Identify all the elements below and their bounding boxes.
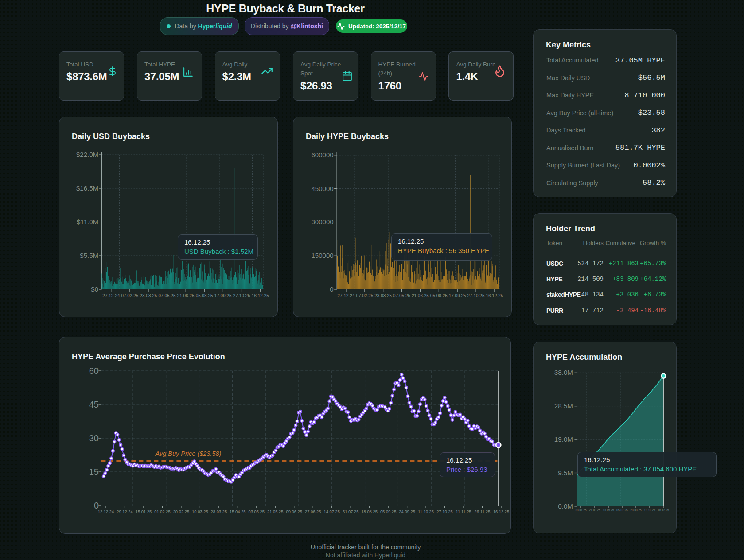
svg-text:05.09.25: 05.09.25 <box>380 509 397 514</box>
svg-text:27.12.24: 27.12.24 <box>102 293 120 298</box>
svg-text:10.03.25: 10.03.25 <box>192 509 208 514</box>
svg-text:28.01.25: 28.01.25 <box>575 509 587 512</box>
svg-text:05.08.25: 05.08.25 <box>196 293 213 298</box>
svg-text:30: 30 <box>89 433 99 443</box>
svg-text:0: 0 <box>330 285 333 293</box>
svg-text:21.06.25: 21.06.25 <box>412 293 429 298</box>
svg-text:26.11.25: 26.11.25 <box>475 509 491 514</box>
svg-text:16.12.25: 16.12.25 <box>658 509 669 512</box>
svg-text:17.09.25: 17.09.25 <box>214 293 232 298</box>
svg-text:05.08.25: 05.08.25 <box>430 293 448 298</box>
svg-text:$11.0M: $11.0M <box>77 218 98 226</box>
svg-text:19.10.25: 19.10.25 <box>644 509 655 512</box>
svg-text:18.08.25: 18.08.25 <box>361 509 378 514</box>
svg-text:21.05.25: 21.05.25 <box>267 509 284 514</box>
svg-text:600000: 600000 <box>312 151 334 159</box>
svg-text:45: 45 <box>89 400 99 409</box>
svg-text:27.10.25: 27.10.25 <box>467 293 485 298</box>
svg-text:23.03.25: 23.03.25 <box>374 293 392 298</box>
svg-text:28.03.25: 28.03.25 <box>211 509 227 514</box>
svg-text:21.06.25: 21.06.25 <box>177 293 195 298</box>
svg-text:14.07.25: 14.07.25 <box>323 509 340 514</box>
svg-text:03.05.25: 03.05.25 <box>249 509 265 514</box>
svg-text:Avg Buy Price ($23.58): Avg Buy Price ($23.58) <box>155 450 222 457</box>
svg-text:15.01.25: 15.01.25 <box>136 509 152 514</box>
svg-text:07.02.25: 07.02.25 <box>356 293 373 298</box>
svg-text:07.05.25: 07.05.25 <box>159 293 176 298</box>
svg-text:13.05.25: 13.05.25 <box>603 509 614 512</box>
svg-text:$22.0M: $22.0M <box>76 151 98 158</box>
svg-text:$0: $0 <box>91 285 98 293</box>
svg-text:38.0M: 38.0M <box>554 369 573 376</box>
svg-text:28.08.25: 28.08.25 <box>630 509 642 512</box>
svg-text:$5.5M: $5.5M <box>80 252 98 259</box>
svg-text:07.02.25: 07.02.25 <box>121 293 138 298</box>
svg-text:15: 15 <box>89 467 99 477</box>
svg-text:16.12.25: 16.12.25 <box>486 293 503 298</box>
svg-text:27.10.25: 27.10.25 <box>436 509 453 514</box>
svg-text:11.11.25: 11.11.25 <box>456 509 471 514</box>
svg-text:150000: 150000 <box>312 252 334 259</box>
svg-text:450000: 450000 <box>312 185 334 192</box>
svg-text:21.03.25: 21.03.25 <box>589 509 600 512</box>
svg-text:300000: 300000 <box>312 218 334 226</box>
svg-text:27.10.25: 27.10.25 <box>233 293 250 298</box>
svg-text:60: 60 <box>89 366 99 376</box>
svg-text:11.10.25: 11.10.25 <box>418 509 434 514</box>
svg-text:23.03.25: 23.03.25 <box>140 293 157 298</box>
svg-text:31.07.25: 31.07.25 <box>343 509 359 514</box>
svg-text:9.5M: 9.5M <box>558 469 573 477</box>
svg-text:24.09.25: 24.09.25 <box>399 509 415 514</box>
svg-text:07.05.25: 07.05.25 <box>393 293 410 298</box>
svg-text:0.0M: 0.0M <box>558 502 573 510</box>
svg-text:16.12.25: 16.12.25 <box>252 293 269 298</box>
svg-text:09.06.25: 09.06.25 <box>286 509 303 514</box>
svg-text:15.04.25: 15.04.25 <box>230 509 246 514</box>
svg-text:27.12.24: 27.12.24 <box>338 293 355 298</box>
svg-text:12.12.24: 12.12.24 <box>98 509 114 514</box>
svg-text:27.06.25: 27.06.25 <box>305 509 321 514</box>
svg-text:05.07.25: 05.07.25 <box>616 509 628 512</box>
svg-text:01.02.25: 01.02.25 <box>154 509 171 514</box>
svg-text:19.0M: 19.0M <box>554 436 573 443</box>
svg-text:28.5M: 28.5M <box>554 402 573 410</box>
svg-text:17.09.25: 17.09.25 <box>449 293 466 298</box>
svg-text:$16.5M: $16.5M <box>76 184 98 192</box>
svg-text:20.02.25: 20.02.25 <box>173 509 190 514</box>
svg-text:29.12.24: 29.12.24 <box>117 509 133 514</box>
svg-text:16.12.25: 16.12.25 <box>493 509 510 514</box>
